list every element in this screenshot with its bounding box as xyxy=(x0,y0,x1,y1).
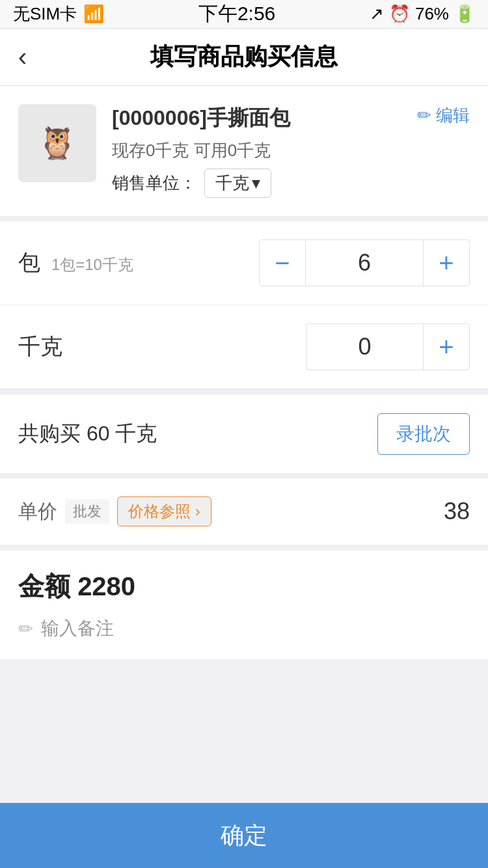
product-unit-row: 销售单位： 千克 ▾ xyxy=(112,169,470,198)
pack-minus-button[interactable]: − xyxy=(259,239,306,286)
pack-row: 包 1包=10千克 − + xyxy=(0,221,488,305)
kg-label: 千克 xyxy=(18,332,62,362)
price-tag: 批发 xyxy=(65,499,109,524)
pack-plus-button[interactable]: + xyxy=(423,239,470,286)
pack-controls: − + xyxy=(259,239,470,286)
unit-label: 销售单位： xyxy=(112,172,197,195)
status-bar: 无SIM卡 📶 下午2:56 ↗ ⏰ 76% 🔋 xyxy=(0,0,488,29)
battery-text: 76% xyxy=(415,4,449,24)
status-indicators: ↗ ⏰ 76% 🔋 xyxy=(370,4,475,24)
battery-icon: 🔋 xyxy=(454,4,475,24)
unit-select[interactable]: 千克 ▾ xyxy=(204,169,271,198)
price-section: 单价 批发 价格参照 › 38 xyxy=(0,478,488,550)
summary-text: 共购买 60 千克 xyxy=(18,420,157,448)
kg-plus-button[interactable]: + xyxy=(423,323,470,370)
kg-controls: + xyxy=(306,323,470,370)
wifi-icon: 📶 xyxy=(83,4,104,24)
amount-row: 金额 2280 xyxy=(18,569,470,604)
confirm-button[interactable]: 确定 xyxy=(0,803,488,868)
product-stock: 现存0千克 可用0千克 xyxy=(112,139,470,162)
price-value: 38 xyxy=(444,498,470,525)
batch-button[interactable]: 录批次 xyxy=(377,413,470,455)
price-label: 单价 批发 价格参照 › xyxy=(18,496,211,526)
kg-input[interactable] xyxy=(306,323,423,370)
remark-row[interactable]: ✏ 输入备注 xyxy=(18,616,470,641)
remark-label: 输入备注 xyxy=(41,616,114,641)
amount-value: 2280 xyxy=(77,572,135,601)
kg-row: 千克 + xyxy=(0,305,488,389)
pack-input[interactable] xyxy=(306,239,423,286)
pack-label: 包 1包=10千克 xyxy=(18,248,133,278)
status-carrier: 无SIM卡 📶 xyxy=(13,3,104,25)
pack-sublabel: 1包=10千克 xyxy=(51,256,133,273)
product-name: [0000006]手撕面包 xyxy=(112,104,290,133)
location-icon: ↗ xyxy=(370,4,384,24)
carrier-text: 无SIM卡 xyxy=(13,3,77,25)
price-ref-button[interactable]: 价格参照 › xyxy=(117,496,211,526)
amount-section: 金额 2280 ✏ 输入备注 xyxy=(0,550,488,659)
product-card: 🦉 [0000006]手撕面包 ✏ 编辑 现存0千克 可用0千克 销售单位： 千… xyxy=(0,86,488,221)
status-time: 下午2:56 xyxy=(198,1,275,27)
pencil-icon: ✏ xyxy=(18,618,33,640)
summary-row: 共购买 60 千克 录批次 xyxy=(0,390,488,478)
nav-bar: ‹ 填写商品购买信息 xyxy=(0,29,488,86)
alarm-icon: ⏰ xyxy=(389,4,410,24)
price-row: 单价 批发 价格参照 › 38 xyxy=(0,478,488,545)
edit-button[interactable]: ✏ 编辑 xyxy=(417,104,470,127)
page-title: 填写商品购买信息 xyxy=(150,41,338,73)
product-image: 🦉 xyxy=(18,104,96,182)
back-button[interactable]: ‹ xyxy=(18,42,27,72)
product-info: [0000006]手撕面包 ✏ 编辑 现存0千克 可用0千克 销售单位： 千克 … xyxy=(112,104,470,198)
quantity-section: 包 1包=10千克 − + 千克 + xyxy=(0,221,488,390)
